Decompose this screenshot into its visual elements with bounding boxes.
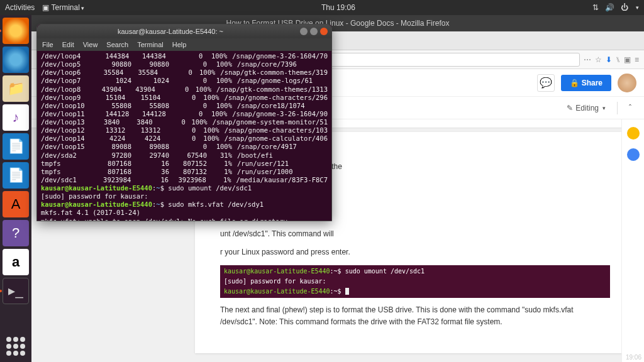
terminal-title: kausar@kausar-Latitude-E5440: ~	[41, 28, 300, 35]
code-block: kausar@kausar-Latitude-E5440:~$ sudo umo…	[220, 265, 610, 298]
gdocs-side-panel	[621, 119, 644, 362]
appmenu-button[interactable]: ▣ Terminal▾	[42, 3, 84, 12]
df-row: /dev/loop7102410240100%/snap/gnome-logs/…	[41, 77, 328, 85]
terminal-line: [sudo] password for kausar:	[41, 192, 328, 200]
df-row: /dev/loop1589088890880100%/snap/core/491…	[41, 143, 328, 151]
share-button[interactable]: 🔒 Share	[561, 75, 611, 91]
editing-mode-dropdown[interactable]: ✎ Editing ▾	[560, 101, 612, 115]
df-row: /dev/sda297280297406754031%/boot/efi	[41, 151, 328, 160]
page-text: unt /dev/sdc1". This command will	[220, 228, 610, 240]
sidebar-icon[interactable]: ▣	[624, 55, 631, 64]
terminal-body[interactable]: /dev/loop41443841443840100%/snap/gnome-3…	[37, 51, 331, 221]
ubuntu-dock: 📁 ♪ 📄 📄 A ? a ▸_	[0, 15, 31, 362]
power-icon[interactable]: ⏻	[621, 3, 628, 12]
download-icon[interactable]: ⬇	[606, 55, 612, 64]
menu-file[interactable]: File	[42, 41, 53, 48]
df-row: tmpfs807168368071321%/run/user/1000	[41, 168, 328, 176]
menu-view[interactable]: View	[83, 41, 98, 48]
df-row: /dev/loop1055808558080100%/snap/core18/1…	[41, 102, 328, 110]
terminal-line: kausar@kausar-Latitude-E5440:~$ sudo umo…	[41, 184, 328, 192]
page-text: The next and final (phew!) step is to fo…	[220, 304, 610, 328]
dock-libreoffice-writer2[interactable]: 📄	[3, 162, 29, 189]
df-row: /dev/loop1213312133120100%/snap/gnome-ch…	[41, 126, 328, 134]
df-row: tmpfs807168168071521%/run/user/121	[41, 160, 328, 168]
firefox-menu-icon[interactable]: ≡	[635, 55, 639, 64]
user-avatar[interactable]	[618, 74, 636, 92]
df-row: /dev/loop635584355840100%/snap/gtk-commo…	[41, 69, 328, 77]
chevron-down-icon[interactable]: ▾	[636, 4, 639, 11]
pencil-icon: ✎	[567, 104, 573, 112]
keep-icon[interactable]	[627, 127, 640, 140]
df-row: /dev/loop13384038400100%/snap/gnome-syst…	[41, 118, 328, 126]
menu-terminal[interactable]: Terminal	[137, 41, 164, 48]
terminal-window[interactable]: kausar@kausar-Latitude-E5440: ~ File Edi…	[36, 24, 332, 221]
dock-ubuntu-software[interactable]: A	[3, 191, 29, 217]
bookmark-icon[interactable]: ☆	[595, 55, 602, 64]
dock-thunderbird[interactable]	[3, 47, 29, 73]
page-text: r your Linux password and press enter.	[220, 246, 610, 258]
menu-help[interactable]: Help	[172, 41, 187, 48]
activities-button[interactable]: Activities	[5, 3, 35, 12]
volume-icon[interactable]: 🔊	[605, 3, 614, 12]
df-row: /dev/loop590880908800100%/snap/core/7396	[41, 60, 328, 69]
terminal-line: mkfs.vfat: unable to open /dev/sdy1: No …	[41, 217, 328, 221]
appmenu-label: Terminal	[51, 3, 79, 12]
lock-icon: 🔒	[570, 79, 579, 87]
window-minimize-icon[interactable]	[300, 28, 308, 35]
tasks-icon[interactable]	[627, 148, 640, 161]
terminal-titlebar[interactable]: kausar@kausar-Latitude-E5440: ~	[37, 25, 331, 38]
dock-help[interactable]: ?	[3, 220, 29, 246]
df-row: /dev/loop843904439040100%/snap/gtk-commo…	[41, 85, 328, 94]
comments-button[interactable]: 💬	[537, 74, 555, 92]
menu-edit[interactable]: Edit	[62, 41, 74, 48]
show-applications-button[interactable]	[6, 337, 25, 356]
dock-terminal[interactable]: ▸_	[3, 278, 29, 304]
df-row: /dev/loop111441281441280100%/snap/gnome-…	[41, 110, 328, 118]
df-row: /dev/loop41443841443840100%/snap/gnome-3…	[41, 52, 328, 60]
dock-rhythmbox[interactable]: ♪	[3, 104, 29, 131]
df-row: /dev/loop915104151040100%/snap/gnome-cha…	[41, 94, 328, 102]
chevron-down-icon: ▾	[602, 105, 606, 111]
window-close-icon[interactable]	[320, 28, 328, 35]
df-row: /dev/sdc139239841639239681%/media/kausar…	[41, 176, 328, 184]
terminal-menubar: File Edit View Search Terminal Help	[37, 38, 331, 51]
bottom-clock: 19:06	[626, 354, 641, 361]
share-label: Share	[582, 79, 602, 87]
dock-libreoffice-writer[interactable]: 📄	[3, 133, 29, 160]
gnome-topbar: Activities ▣ Terminal▾ Thu 19:06 ⇅ 🔊 ⏻ ▾	[0, 0, 644, 15]
network-icon[interactable]: ⇅	[592, 3, 599, 12]
menu-search[interactable]: Search	[106, 41, 128, 48]
terminal-line: mkfs.fat 4.1 (2017-01-24)	[41, 209, 328, 217]
editing-label: Editing	[575, 104, 599, 112]
clock[interactable]: Thu 19:06	[321, 3, 355, 12]
df-row: /dev/loop14422442240100%/snap/gnome-calc…	[41, 134, 328, 143]
more-icon[interactable]: ⋯	[584, 55, 591, 64]
window-maximize-icon[interactable]	[310, 28, 318, 35]
library-icon[interactable]: ⑊	[616, 55, 620, 64]
terminal-line: kausar@kausar-Latitude-E5440:~$ sudo mkf…	[41, 200, 328, 209]
dock-amazon[interactable]: a	[3, 249, 29, 275]
dock-firefox[interactable]	[3, 18, 29, 44]
dock-files[interactable]: 📁	[3, 75, 29, 102]
expand-toolbar-icon[interactable]: ˆ	[623, 101, 638, 116]
